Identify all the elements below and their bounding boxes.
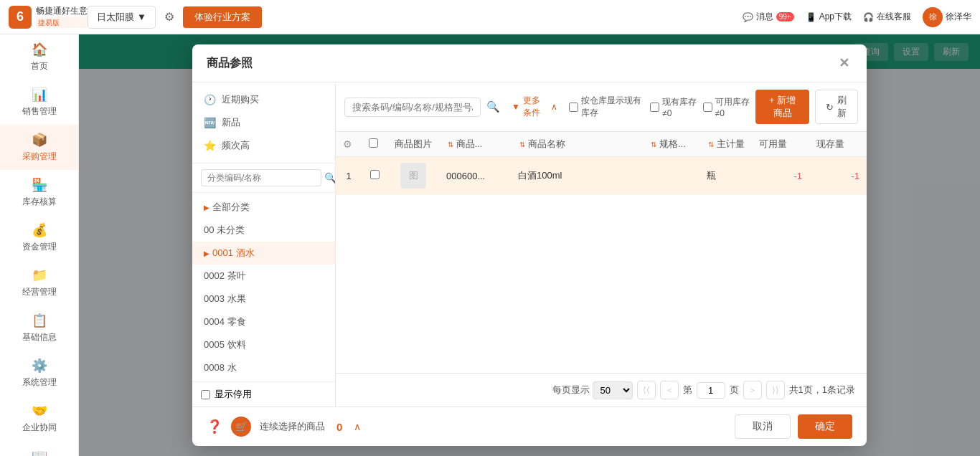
col-settings: ⚙ [336, 132, 362, 157]
first-page-button[interactable]: ⟨⟨ [637, 381, 656, 399]
filter-icon: ▼ [512, 102, 520, 112]
col-spec[interactable]: ⇅ 规格... [642, 132, 699, 157]
category-item-uncategorized[interactable]: 00 未分类 [192, 219, 335, 242]
sidebar-item-enterprise[interactable]: 🤝 企业协同 [0, 396, 78, 441]
row-checkbox[interactable] [370, 170, 380, 179]
purchase-icon: 📦 [32, 132, 47, 148]
sidebar-item-guide[interactable]: 📖 新手引导 [0, 441, 78, 456]
new-icon: 🆕 [204, 117, 216, 128]
category-item-fruit[interactable]: 0003 水果 [192, 288, 335, 310]
sidebar-item-inventory[interactable]: 🏪 库存核算 [0, 170, 78, 215]
enterprise-icon: 🤝 [32, 403, 47, 419]
nav-center: 日太阳膜 ▼ ⚙ 体验行业方案 [88, 6, 743, 29]
cart-icon[interactable]: 🛒 [231, 417, 251, 437]
stock-nonzero-filter[interactable]: 现有库存≠0 [650, 96, 697, 118]
quick-item-new[interactable]: 🆕 新品 [192, 111, 335, 134]
page-number-input[interactable] [697, 382, 725, 399]
category-item-beverage[interactable]: 0005 饮料 [192, 333, 335, 356]
trial-button[interactable]: 体验行业方案 [183, 6, 262, 28]
nav-dropdown[interactable]: 日太阳膜 ▼ [88, 6, 156, 29]
add-product-button[interactable]: + 新增商品 [755, 90, 809, 124]
filter-button[interactable]: ▼ 更多条件 ∧ [506, 92, 563, 122]
nav-app-download[interactable]: 📱 App下载 [806, 11, 852, 23]
sort-icon: ⇅ [708, 141, 714, 148]
modal-bottom-bar: ❓ 🛒 连续选择的商品 0 ∧ 取消 确定 [192, 407, 867, 446]
product-search-icon[interactable]: 🔍 [486, 100, 500, 113]
last-page-button[interactable]: ⟩⟩ [766, 381, 785, 399]
quick-item-recent[interactable]: 🕐 近期购买 [192, 88, 335, 111]
sidebar-item-sales[interactable]: 📊 销售管理 [0, 80, 78, 125]
refresh-button[interactable]: ↻ 刷新 [815, 90, 858, 124]
col-unit[interactable]: ⇅ 主计量 [699, 132, 752, 157]
row-unit: 瓶 [699, 157, 752, 195]
category-search-icon[interactable]: 🔍 [324, 172, 336, 184]
operation-icon: 📁 [32, 267, 47, 283]
col-select-all [362, 132, 387, 157]
category-item-tea[interactable]: 0002 茶叶 [192, 265, 335, 288]
nav-messages[interactable]: 💬 消息 99+ [743, 11, 794, 23]
modal-dialog: 商品参照 ✕ 🕐 近期购买 🆕 新品 [192, 44, 867, 446]
product-search-input[interactable] [344, 98, 481, 117]
collapse-arrow-icon[interactable]: ∧ [354, 421, 361, 432]
col-product-code[interactable]: ⇅ 商品... [439, 132, 511, 157]
sort-icon: ⇅ [651, 141, 656, 148]
col-available[interactable]: 可用量 [752, 132, 809, 157]
pagination: 每页显示 10 20 50 100 ⟨⟨ ＜ 第 [336, 373, 867, 407]
prev-page-button[interactable]: ＜ [660, 381, 679, 399]
guide-icon: 📖 [32, 448, 47, 456]
user-avatar: 徐 [923, 7, 943, 27]
sidebar-item-finance[interactable]: 💰 资金管理 [0, 215, 78, 260]
sidebar-item-basic[interactable]: 📋 基础信息 [0, 305, 78, 351]
product-table: ⚙ 商品图片 [336, 132, 867, 195]
logo-icon: 6 [9, 6, 32, 29]
warehouse-stock-filter[interactable]: 按仓库显示现有库存 [569, 95, 644, 119]
sidebar-item-purchase[interactable]: 📦 采购管理 [0, 125, 78, 170]
sidebar-item-operation[interactable]: 📁 经营管理 [0, 260, 78, 305]
row-product-name: 白酒100ml [511, 157, 642, 195]
refresh-icon: ↻ [826, 102, 834, 113]
table-row[interactable]: 1 图 [336, 157, 867, 195]
col-stock[interactable]: 现存量 [809, 132, 867, 157]
clock-icon: 🕐 [204, 94, 216, 105]
confirm-button[interactable]: 确定 [798, 414, 852, 439]
show-disabled-checkbox[interactable] [201, 390, 210, 399]
modal-title: 商品参照 [207, 56, 253, 71]
category-search-row: 🔍 [192, 163, 335, 193]
category-item-water[interactable]: 0008 水 [192, 356, 335, 379]
category-item-snack[interactable]: 0004 零食 [192, 310, 335, 333]
category-search-input[interactable] [201, 169, 321, 186]
quick-item-frequent[interactable]: ⭐ 频次高 [192, 134, 335, 157]
basic-icon: 📋 [32, 313, 47, 328]
nav-user[interactable]: 徐 徐泽华 [923, 7, 971, 27]
column-settings-icon[interactable]: ⚙ [343, 138, 352, 150]
show-disabled-label: 显示停用 [215, 388, 252, 401]
sales-icon: 📊 [32, 87, 47, 103]
settings-icon[interactable]: ⚙ [161, 7, 177, 27]
next-page-button[interactable]: ＞ [743, 381, 762, 399]
main-content: 查询 设置 刷新 商品参照 ✕ 🕐 近期购买 [79, 34, 980, 456]
col-product-name[interactable]: ⇅ 商品名称 [511, 132, 642, 157]
modal-overlay: 商品参照 ✕ 🕐 近期购买 🆕 新品 [79, 34, 980, 456]
page-label: 第 [683, 384, 692, 396]
sidebar-item-home[interactable]: 🏠 首页 [0, 34, 78, 80]
selected-label: 连续选择的商品 [260, 420, 325, 433]
select-all-checkbox[interactable] [369, 138, 378, 148]
category-item-all[interactable]: ▶ 全部分类 [192, 196, 335, 219]
modal-action-buttons: 取消 确定 [735, 414, 852, 439]
selected-count: 0 [336, 421, 342, 433]
help-icon[interactable]: ❓ [207, 419, 222, 434]
modal-close-button[interactable]: ✕ [835, 54, 852, 72]
cancel-button[interactable]: 取消 [735, 414, 791, 439]
row-stock: -1 [809, 157, 867, 195]
row-spec [642, 157, 699, 195]
row-seq: 1 [336, 157, 362, 195]
per-page-select[interactable]: 10 20 50 100 [593, 381, 633, 399]
available-nonzero-filter[interactable]: 可用库存≠0 [703, 96, 750, 118]
modal-body: 🕐 近期购买 🆕 新品 ⭐ 频次高 [192, 82, 867, 407]
top-nav: 6 畅捷通好生意 捷易版 日太阳膜 ▼ ⚙ 体验行业方案 💬 消息 99+ 📱 … [0, 0, 980, 34]
per-page-select-wrap: 每页显示 10 20 50 100 [552, 381, 633, 399]
sidebar-item-system[interactable]: ⚙️ 系统管理 [0, 351, 78, 396]
category-item-alcohol[interactable]: ▶ 0001 酒水 [192, 242, 335, 265]
col-product-image[interactable]: 商品图片 [387, 132, 439, 157]
nav-service[interactable]: 🎧 在线客服 [863, 11, 911, 23]
